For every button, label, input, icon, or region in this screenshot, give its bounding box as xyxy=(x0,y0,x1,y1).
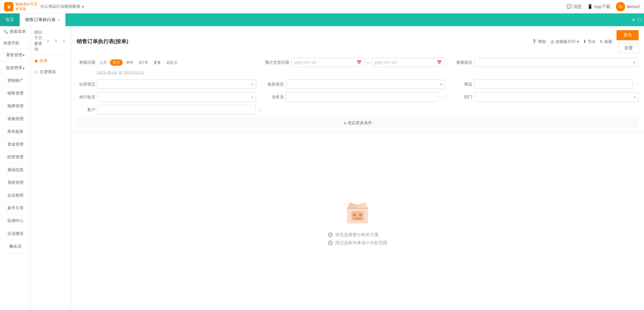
sidebar-item-system[interactable]: 系统管理 xyxy=(0,176,31,189)
customer-more-button[interactable]: ··· xyxy=(258,107,262,112)
svg-text:✦: ✦ xyxy=(367,202,369,205)
sidebar-search-button[interactable]: 🔍 搜索菜单 xyxy=(0,26,31,38)
sidebar-item-inventory[interactable]: 库存核算 xyxy=(0,125,31,138)
export-button[interactable]: ⬇ 导出 xyxy=(583,39,596,45)
filter-exec-status-col: 执行状态 ▾ xyxy=(76,92,262,102)
sidebar-item-marketing[interactable]: 营销推广 xyxy=(0,74,31,87)
breadcrumb[interactable]: 办公用品行业模拟账套 ▾ xyxy=(40,4,84,9)
date-label: 单据日期 xyxy=(76,60,95,65)
exec-status-select[interactable]: ▾ xyxy=(97,92,256,102)
customer-input[interactable] xyxy=(97,105,256,114)
help-icon: ❓ xyxy=(532,39,537,44)
exec-status-label: 执行状态 xyxy=(76,94,95,100)
refresh-icon: ↻ xyxy=(600,39,603,44)
dept-label: 部门 xyxy=(453,94,472,100)
doc-status-label: 单据状态 xyxy=(453,60,472,65)
topbar-left: 畅 畅捷通好生意 标准版 办公用品行业模拟账套 ▾ xyxy=(4,2,84,11)
sidebar-item-newbie[interactable]: 新手引导 xyxy=(0,202,31,215)
tab-close-icon[interactable]: × xyxy=(58,18,60,22)
topbar: 畅 畅捷通好生意 标准版 办公用品行业模拟账套 ▾ 💬 消息 📱 App下载 E… xyxy=(0,0,644,13)
calendar-icon: 📅 xyxy=(357,60,362,65)
scheme-edit-button[interactable]: ✎ xyxy=(53,38,59,44)
filter-title-row: 销售订单执行表(按单) ❓ 帮助 🖨 按模板打印 ▾ ⬇ xyxy=(76,30,639,53)
scheme-panel-header: 按以下方案查询 + ✎ « xyxy=(31,26,71,55)
avatar: Ea xyxy=(616,2,625,11)
filter-salesperson-col: 业务员 ··· xyxy=(265,92,450,102)
date-more-button[interactable]: 更多 xyxy=(152,59,163,66)
sidebar-item-purchase[interactable]: 采购管理 xyxy=(0,113,31,125)
expected-date-end-input[interactable]: yyyy-mm-dd 📅 xyxy=(372,58,445,67)
tab-sales-order[interactable]: 销售订单执行表 × xyxy=(20,13,65,26)
doc-status-select[interactable]: ▾ xyxy=(474,58,639,67)
sidebar-item-finance[interactable]: 资金管理 xyxy=(0,138,31,151)
scheme-panel: 按以下方案查询 + ✎ « 按单 欠货情况 xyxy=(31,26,71,310)
filter-content: 销售订单执行表(按单) ❓ 帮助 🖨 按模板打印 ▾ ⬇ xyxy=(71,26,644,310)
refresh-button[interactable]: ↻ 刷新 xyxy=(600,39,612,45)
date-quick-buttons: 上月 本月 本年 近7天 更多 自定义 xyxy=(97,59,179,66)
sidebar-item-member[interactable]: 畅会员 xyxy=(0,240,31,253)
salesperson-more-button[interactable]: ··· xyxy=(441,94,445,100)
sidebar-item-basic[interactable]: 基础信息 xyxy=(0,164,31,176)
sidebar-item-wechat[interactable]: 企业微信 xyxy=(0,227,31,240)
chevron-up-icon: ▴ xyxy=(23,66,24,70)
filter-right-buttons: 查询 设置 xyxy=(616,30,639,53)
window-close-icon[interactable]: × xyxy=(632,16,636,23)
date-last-month-button[interactable]: 上月 xyxy=(97,59,109,66)
scheme-item-order[interactable]: 按单 xyxy=(31,55,71,66)
user-avatar-area[interactable]: Ea demo2 xyxy=(616,2,640,11)
sidebar-item-ecommerce[interactable]: 电商管理 xyxy=(0,100,31,113)
scheme-inactive-dot xyxy=(35,71,38,73)
date-7days-button[interactable]: 近7天 xyxy=(137,59,150,66)
collect-status-select[interactable]: ▾ xyxy=(286,80,445,89)
svg-point-5 xyxy=(353,214,356,216)
expected-date-range: yyyy-mm-dd 📅 — yyyy-mm-dd 📅 xyxy=(291,58,445,67)
out-status-select[interactable]: ▾ xyxy=(97,80,256,89)
sidebar-item-apps[interactable]: 应用中心 xyxy=(0,215,31,227)
chevron-down-icon: ▾ xyxy=(440,83,442,86)
dept-select[interactable]: ▾ xyxy=(474,92,639,102)
empty-state: ✦ ✦ 1 请先选择要分析的方案 2 用过滤条件来缩小分析范围 xyxy=(328,196,387,246)
goods-label: 商品 xyxy=(453,82,472,87)
date-custom-button[interactable]: 自定义 xyxy=(164,59,179,66)
app-download-button[interactable]: 📱 App下载 xyxy=(587,4,610,10)
sidebar-item-operation[interactable]: 经营管理 xyxy=(0,151,31,164)
tab-home[interactable]: 首页 xyxy=(0,13,20,26)
query-button[interactable]: 查询 xyxy=(616,30,639,40)
goods-input[interactable] xyxy=(474,80,633,89)
scheme-collapse-button[interactable]: « xyxy=(61,38,67,44)
nav-window-actions: × □ xyxy=(629,13,644,26)
out-status-label: 出库状态 xyxy=(76,82,95,87)
date-this-year-button[interactable]: 本年 xyxy=(124,59,136,66)
filter-customer-col: 客户 ··· xyxy=(76,105,262,114)
print-button[interactable]: 🖨 按模板打印 ▾ xyxy=(550,39,579,45)
empty-tips: 1 请先选择要分析的方案 2 用过滤条件来缩小分析范围 xyxy=(328,232,387,246)
sidebar-quicknav-button[interactable]: 快捷导航 xyxy=(0,38,31,49)
page-title: 销售订单执行表(按单) xyxy=(76,38,128,45)
collapse-filter-button[interactable]: ∧ 收起更多条件 xyxy=(76,118,639,128)
filter-collect-status-col: 收款状态 ▾ xyxy=(265,80,450,89)
customer-label: 客户 xyxy=(76,107,95,113)
help-button[interactable]: ❓ 帮助 xyxy=(532,39,546,45)
message-icon: 💬 xyxy=(567,4,572,9)
message-button[interactable]: 💬 消息 xyxy=(567,4,582,10)
expected-date-start-input[interactable]: yyyy-mm-dd 📅 xyxy=(291,58,365,67)
home-tab-label: 首页 xyxy=(5,17,14,23)
search-icon: 🔍 xyxy=(3,30,8,34)
salesperson-input[interactable] xyxy=(286,92,439,102)
sidebar-item-wholesale[interactable]: 批发管理 ▴ xyxy=(0,62,31,74)
calendar-icon: 📅 xyxy=(437,60,442,65)
scheme-item-shortage[interactable]: 欠货情况 xyxy=(31,66,71,78)
filter-title-actions: ❓ 帮助 🖨 按模板打印 ▾ ⬇ 导出 ↻ xyxy=(532,30,639,53)
goods-more-button[interactable]: ··· xyxy=(635,82,639,87)
chevron-down-icon: ▾ xyxy=(82,4,84,9)
content-area: 按以下方案查询 + ✎ « 按单 欠货情况 销售 xyxy=(31,26,644,310)
sidebar-item-collab[interactable]: 企业协同 xyxy=(0,189,31,202)
date-this-month-button[interactable]: 本月 xyxy=(110,59,123,66)
scheme-add-button[interactable]: + xyxy=(45,38,51,44)
sidebar-item-sales[interactable]: 销售管理 xyxy=(0,87,31,100)
window-maximize-icon[interactable]: □ xyxy=(638,17,641,23)
svg-text:畅: 畅 xyxy=(7,5,10,9)
sidebar-item-retail[interactable]: 零售管理 ▾ xyxy=(0,49,31,62)
settings-button[interactable]: 设置 xyxy=(619,43,639,53)
scheme-actions: + ✎ « xyxy=(45,38,67,44)
